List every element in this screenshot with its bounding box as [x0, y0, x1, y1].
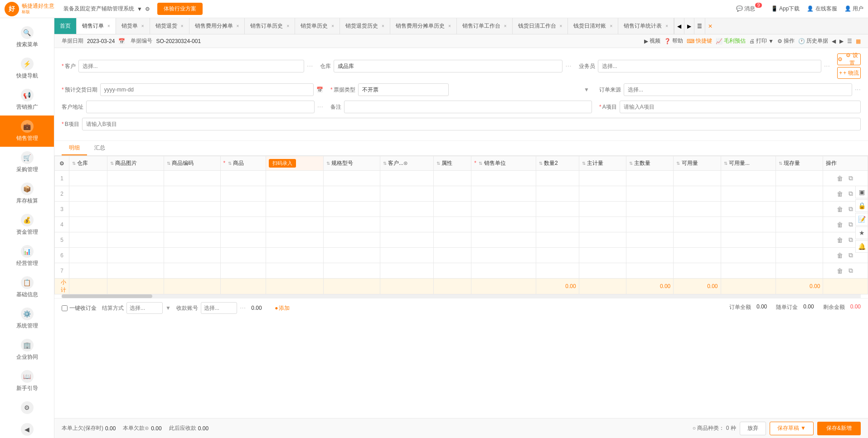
cell-available2[interactable] — [721, 171, 776, 186]
cell-attr[interactable] — [433, 248, 471, 263]
th-warehouse[interactable]: ⇅ 仓库 — [69, 156, 107, 171]
cell-unit[interactable] — [471, 217, 536, 232]
copy-icon[interactable]: ⧉ — [846, 189, 855, 198]
cell-spec[interactable] — [323, 186, 380, 202]
float-lock-icon[interactable]: 🔒 — [855, 199, 868, 212]
tab-close-icon[interactable]: × — [141, 24, 144, 29]
cell-goods[interactable] — [220, 263, 266, 279]
cell-unit[interactable] — [471, 202, 536, 217]
th-goods[interactable]: ⇅ 商品 — [220, 156, 266, 171]
shortcut-btn[interactable]: ⌨ 快捷键 — [687, 37, 712, 45]
tab-sales-order-history[interactable]: 销售订单历史 × — [245, 18, 295, 34]
cell-unit[interactable] — [471, 263, 536, 279]
print-btn[interactable]: 🖨 打印 ▼ — [749, 37, 774, 45]
cell-warehouse[interactable] — [69, 186, 107, 202]
cell-attr[interactable] — [433, 263, 471, 279]
cell-customer-code[interactable] — [380, 202, 433, 217]
tab-home[interactable]: 首页 — [54, 18, 77, 34]
delete-icon[interactable]: 🗑 — [835, 205, 844, 214]
operate-btn[interactable]: ⚙ 操作 — [777, 37, 795, 45]
cell-main-unit[interactable] — [579, 263, 626, 279]
tab-summary[interactable]: 汇总 — [87, 141, 112, 155]
cell-available[interactable] — [674, 232, 721, 248]
cell-warehouse[interactable] — [69, 263, 107, 279]
sidebar-item-quick[interactable]: ⚡ 快捷导航 — [0, 53, 54, 84]
cell-code[interactable] — [164, 248, 220, 263]
copy-icon[interactable]: ⧉ — [846, 220, 855, 229]
scroll-thumb[interactable] — [62, 294, 152, 298]
tab-menu-button[interactable]: ☰ — [694, 18, 705, 34]
cell-main-unit[interactable] — [579, 171, 626, 186]
cell-scan[interactable] — [266, 186, 323, 202]
cell-attr[interactable] — [433, 202, 471, 217]
warehouse-more-icon[interactable]: ··· — [565, 62, 571, 70]
th-available2[interactable]: ⇅ 可用量... — [721, 156, 776, 171]
cell-scan[interactable] — [266, 232, 323, 248]
tab-sales-expense[interactable]: 销售费用分摊单 × — [189, 18, 245, 34]
calendar-small-icon[interactable]: 📅 — [316, 87, 323, 93]
cell-available[interactable] — [674, 171, 721, 186]
copy-icon[interactable]: ⧉ — [846, 251, 855, 260]
industry-button[interactable]: 体验行业方案 — [157, 3, 203, 15]
cell-stock[interactable] — [776, 202, 823, 217]
cell-spec[interactable] — [323, 202, 380, 217]
cell-main-unit[interactable] — [579, 248, 626, 263]
cell-spec[interactable] — [323, 263, 380, 279]
cell-qty2[interactable] — [536, 186, 579, 202]
cell-scan[interactable] — [266, 202, 323, 217]
account-more-icon[interactable]: ··· — [240, 304, 246, 312]
online-service[interactable]: 👤 在线客服 — [807, 5, 837, 13]
tab-close-all-button[interactable]: ✕ — [705, 18, 715, 34]
th-stock[interactable]: ⇅ 现存量 — [776, 156, 823, 171]
tab-sales-order[interactable]: 销售订单 × — [77, 18, 116, 34]
tab-close-icon[interactable]: × — [107, 24, 110, 29]
tab-cash-daily[interactable]: 钱货日清工作台 × — [513, 18, 568, 34]
payment-account-input[interactable] — [201, 302, 237, 314]
tab-sales-return[interactable]: 销货单 × — [116, 18, 150, 34]
cell-main-unit[interactable] — [579, 186, 626, 202]
cell-main-qty[interactable] — [626, 263, 673, 279]
cell-scan[interactable] — [266, 217, 323, 232]
float-alert-icon[interactable]: 🔔 — [855, 240, 868, 253]
sidebar-item-stock[interactable]: 📦 库存核算 — [0, 178, 54, 209]
tab-close-icon[interactable]: × — [610, 24, 612, 29]
grid-icon[interactable]: ▦ — [856, 38, 861, 44]
tab-close-icon[interactable]: × — [665, 24, 668, 29]
cell-spec[interactable] — [323, 217, 380, 232]
nav-next-icon[interactable]: ▶ — [839, 38, 844, 44]
cell-image[interactable] — [107, 263, 164, 279]
cell-spec[interactable] — [323, 232, 380, 248]
th-available[interactable]: ⇅ 可用量 — [674, 156, 721, 171]
copy-icon[interactable]: ⧉ — [846, 205, 855, 214]
cell-main-qty[interactable] — [626, 248, 673, 263]
history-btn[interactable]: 🕐 历史单据 — [798, 37, 828, 45]
cell-available[interactable] — [674, 263, 721, 279]
cell-image[interactable] — [107, 248, 164, 263]
tab-close-icon[interactable]: × — [504, 24, 507, 29]
tab-close-icon[interactable]: × — [331, 24, 334, 29]
tab-detail[interactable]: 明细 — [62, 141, 87, 155]
sidebar-item-base[interactable]: 📋 基础信息 — [0, 272, 54, 303]
cell-code[interactable] — [164, 186, 220, 202]
cell-available2[interactable] — [721, 248, 776, 263]
tab-close-icon[interactable]: × — [448, 24, 451, 29]
invoice-type-input[interactable] — [358, 83, 449, 96]
cell-goods[interactable] — [220, 248, 266, 263]
profit-btn[interactable]: 📈 毛利预估 — [716, 37, 746, 45]
b-project-input[interactable] — [82, 118, 861, 130]
cell-stock[interactable] — [776, 217, 823, 232]
cell-goods[interactable] — [220, 232, 266, 248]
message-area[interactable]: 💬 消息 9 — [736, 5, 764, 13]
cell-available2[interactable] — [721, 202, 776, 217]
delete-icon[interactable]: 🗑 — [835, 266, 844, 275]
delete-icon[interactable]: 🗑 — [835, 220, 844, 229]
cell-qty2[interactable] — [536, 263, 579, 279]
cell-customer-code[interactable] — [380, 186, 433, 202]
cell-image[interactable] — [107, 186, 164, 202]
cell-warehouse[interactable] — [69, 202, 107, 217]
tab-next-button[interactable]: ▶ — [684, 18, 694, 34]
cell-main-qty[interactable] — [626, 232, 673, 248]
customer-more-icon[interactable]: ··· — [307, 62, 313, 70]
cell-scan[interactable] — [266, 248, 323, 263]
delivery-date-input[interactable] — [100, 83, 314, 96]
